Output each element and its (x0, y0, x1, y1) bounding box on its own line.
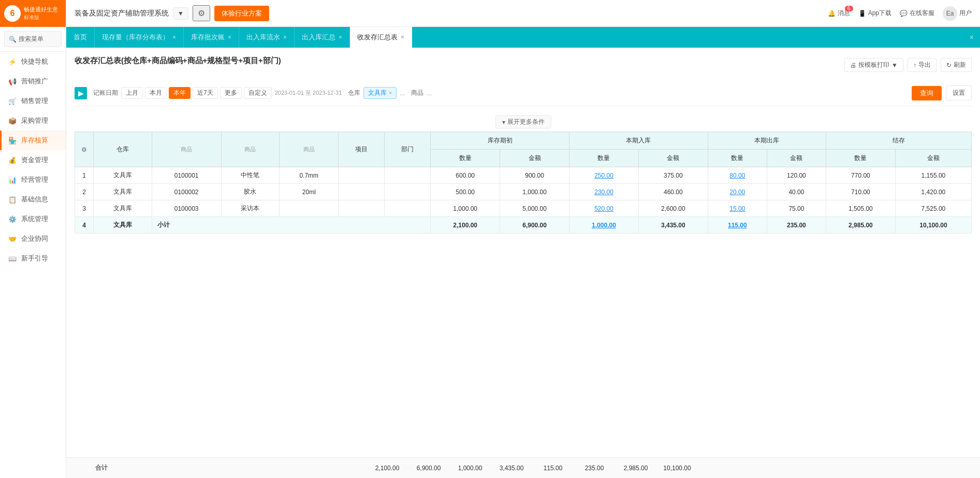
cell-in-amt: 2,600.00 (638, 200, 708, 217)
th-balance-amt: 金额 (895, 150, 971, 167)
sidebar-item-enterprise[interactable]: 🤝 企业协同 (0, 229, 66, 249)
tab-stock-dist-close[interactable]: × (172, 34, 176, 41)
sidebar-item-marketing[interactable]: 📢 营销推广 (0, 71, 66, 91)
sidebar-item-quick-label: 快捷导航 (21, 57, 48, 66)
expand-conditions-button[interactable]: ▾ 展开更多条件 (495, 115, 551, 128)
subtotal-opening-qty: 2,100.00 (431, 217, 500, 234)
th-in-group: 本期入库 (569, 132, 708, 150)
filter-toggle-button[interactable]: ▶ (75, 87, 87, 99)
cell-goods-name: 采访本 (221, 200, 280, 217)
trial-button[interactable]: 体验行业方案 (214, 6, 269, 21)
sidebar-search-section: 🔍 搜索菜单 (0, 27, 66, 52)
tab-inout-summary-label: 出入库汇总 (302, 33, 335, 42)
topbar-left: 装备及固定资产辅助管理系统 ▼ ⚙ 体验行业方案 (75, 5, 269, 21)
cell-goods-spec: 20ml (280, 184, 339, 200)
message-button[interactable]: 🔔 消息 6 (828, 9, 850, 18)
date-btn-this-month[interactable]: 本月 (145, 87, 167, 99)
cell-balance-qty: 770.00 (826, 167, 895, 184)
tabbar: 首页 现存量（库存分布表） × 库存批次账 × 出入库流水 × 出入库汇总 × … (66, 27, 980, 48)
sidebar-item-guide[interactable]: 📖 新手引导 (0, 249, 66, 268)
cell-dept (385, 200, 431, 217)
search-menu-button[interactable]: 🔍 搜索菜单 (4, 31, 62, 47)
cell-in-qty[interactable]: 230.00 (569, 184, 639, 200)
online-service-button[interactable]: 💬 在线客服 (900, 9, 934, 18)
app-download-button[interactable]: 📱 App下载 (858, 9, 891, 18)
goods-more-button[interactable]: ... (427, 90, 432, 97)
quick-icon: ⚡ (8, 57, 17, 66)
cell-out-qty[interactable]: 15.00 (708, 200, 767, 217)
table-container: ⚙ 仓库 商品 商品 商品 项目 部门 库存期初 本期入库 本期出库 结存 (75, 132, 972, 234)
page-title: 收发存汇总表(按仓库+商品编码+商品+规格型号+项目+部门) (75, 56, 281, 66)
sidebar-item-purchase-label: 采购管理 (21, 116, 48, 125)
sidebar-item-purchase[interactable]: 📦 采购管理 (0, 111, 66, 131)
cell-in-qty[interactable]: 250.00 (569, 167, 639, 184)
cell-in-qty[interactable]: 520.00 (569, 200, 639, 217)
filter-setting-button[interactable]: 设置 (946, 85, 972, 100)
cell-out-qty[interactable]: 80.00 (708, 167, 767, 184)
tabbar-close-all[interactable]: × (963, 33, 980, 41)
tab-inout-flow-label: 出入库流水 (246, 33, 280, 42)
system-dropdown-button[interactable]: ▼ (173, 7, 188, 20)
query-button[interactable]: 查询 (912, 86, 942, 100)
print-button[interactable]: 🖨 按模板打印 ▼ (844, 58, 903, 72)
cell-goods-spec: 0.7mm (280, 167, 339, 184)
tab-recv-send[interactable]: 收发存汇总表 × (350, 27, 412, 48)
tab-inout-flow-close[interactable]: × (283, 34, 287, 41)
settings-gear-button[interactable]: ⚙ (193, 5, 210, 21)
sidebar-item-system[interactable]: ⚙️ 系统管理 (0, 209, 66, 229)
tab-stock-dist[interactable]: 现存量（库存分布表） × (95, 27, 184, 48)
sidebar-item-quick[interactable]: ⚡ 快捷导航 (0, 52, 66, 71)
search-icon: 🔍 (9, 36, 17, 43)
tab-home[interactable]: 首页 (66, 27, 95, 48)
subtotal-out-qty[interactable]: 115.00 (708, 217, 767, 234)
sidebar-item-capital[interactable]: 💰 资金管理 (0, 150, 66, 170)
logo-icon: 6 (4, 5, 21, 22)
sales-icon: 🛒 (8, 96, 17, 106)
tab-batch-close[interactable]: × (228, 34, 231, 41)
footer-total-balance-qty: 2,985.00 (615, 465, 656, 472)
message-badge: 6 (845, 6, 853, 11)
sidebar-item-inventory[interactable]: 🏪 库存核算 (0, 131, 66, 150)
tab-recv-send-label: 收发存汇总表 (357, 33, 398, 42)
date-btn-last-month[interactable]: 上月 (121, 87, 143, 99)
tab-inout-summary[interactable]: 出入库汇总 × (295, 27, 350, 48)
app-download-label: App下载 (868, 9, 891, 18)
user-menu-button[interactable]: Ea 用户 (943, 6, 972, 21)
warehouse-tag[interactable]: 文具库 × (363, 87, 397, 99)
date-btn-more[interactable]: 更多 (220, 87, 242, 99)
subtotal-opening-amt: 6,900.00 (500, 217, 569, 234)
sidebar-item-sales[interactable]: 🛒 销售管理 (0, 91, 66, 111)
column-settings-icon[interactable]: ⚙ (81, 146, 87, 153)
marketing-icon: 📢 (8, 77, 17, 86)
cell-out-qty[interactable]: 20.00 (708, 184, 767, 200)
date-btn-7days[interactable]: 近7天 (193, 87, 218, 99)
tab-inout-summary-close[interactable]: × (339, 34, 342, 41)
enterprise-icon: 🤝 (8, 234, 17, 243)
cell-warehouse: 文具库 (94, 184, 152, 200)
expand-chevron-icon: ▾ (502, 119, 505, 126)
export-button[interactable]: ↑ 导出 (908, 58, 937, 72)
sidebar-item-basic[interactable]: 📋 基础信息 (0, 190, 66, 209)
warehouse-tag-remove[interactable]: × (389, 90, 392, 96)
refresh-button[interactable]: ↻ 刷新 (941, 58, 972, 72)
download-icon: 📱 (858, 10, 866, 17)
cell-no: 2 (75, 184, 94, 200)
th-goods-name: 商品 (221, 132, 280, 167)
table-footer: 合计 2,100.00 6,900.00 1,000.00 3,435.00 1… (66, 457, 980, 478)
subtotal-row: 4 文具库 小计 2,100.00 6,900.00 1,000.00 3,43… (75, 217, 972, 234)
th-opening-group: 库存期初 (431, 132, 569, 150)
purchase-icon: 📦 (8, 116, 17, 125)
tab-batch[interactable]: 库存批次账 × (184, 27, 239, 48)
subtotal-in-qty[interactable]: 1,000.00 (569, 217, 639, 234)
table-row: 3 文具库 0100003 采访本 1,000.00 5,000.00 520.… (75, 200, 972, 217)
tab-recv-send-close[interactable]: × (401, 34, 404, 41)
tab-home-label: 首页 (74, 33, 87, 42)
footer-total-in-qty: 1,000.00 (449, 465, 491, 472)
warehouse-more-button[interactable]: ... (400, 90, 405, 97)
date-btn-custom[interactable]: 自定义 (244, 87, 272, 99)
sidebar-item-operations[interactable]: 📊 经营管理 (0, 170, 66, 190)
tab-inout-flow[interactable]: 出入库流水 × (239, 27, 295, 48)
subtotal-out-amt: 235.00 (767, 217, 826, 234)
th-dept: 部门 (385, 132, 431, 167)
date-btn-this-year[interactable]: 本年 (169, 87, 191, 99)
